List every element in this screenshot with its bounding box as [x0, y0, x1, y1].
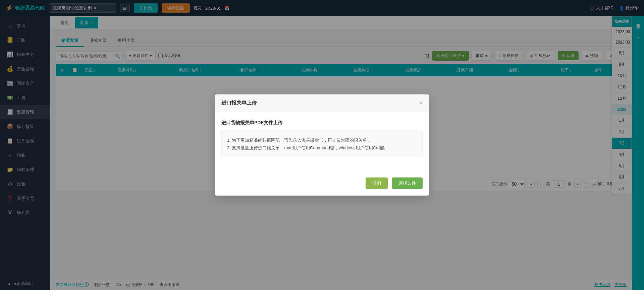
- import-customs-modal: 进口报关单上传 × 进口货物报关单PDF文件上传 1. 为了更加精准的数据匹配，…: [215, 94, 429, 196]
- modal-footer: 取消 选择文件: [215, 172, 429, 196]
- modal-overlay: 进口报关单上传 × 进口货物报关单PDF文件上传 1. 为了更加精准的数据匹配，…: [0, 0, 644, 290]
- modal-info-item-1: 1. 为了更加精准的数据匹配，请先录入海关缴款书，再上传对应的报关单；: [227, 136, 417, 144]
- modal-info-box: 1. 为了更加精准的数据匹配，请先录入海关缴款书，再上传对应的报关单； 2. 支…: [221, 131, 423, 158]
- modal-title: 进口报关单上传: [221, 100, 257, 106]
- modal-header: 进口报关单上传 ×: [215, 94, 429, 112]
- modal-body: 进口货物报关单PDF文件上传 1. 为了更加精准的数据匹配，请先录入海关缴款书，…: [215, 112, 429, 172]
- modal-section-title: 进口货物报关单PDF文件上传: [221, 120, 423, 126]
- modal-close-btn[interactable]: ×: [419, 100, 423, 106]
- modal-info-item-2: 2. 支持批量上传进口报关单，mac用户使用Command键，windows用户…: [227, 144, 417, 152]
- select-file-btn[interactable]: 选择文件: [392, 177, 423, 189]
- modal-cancel-btn[interactable]: 取消: [366, 177, 388, 189]
